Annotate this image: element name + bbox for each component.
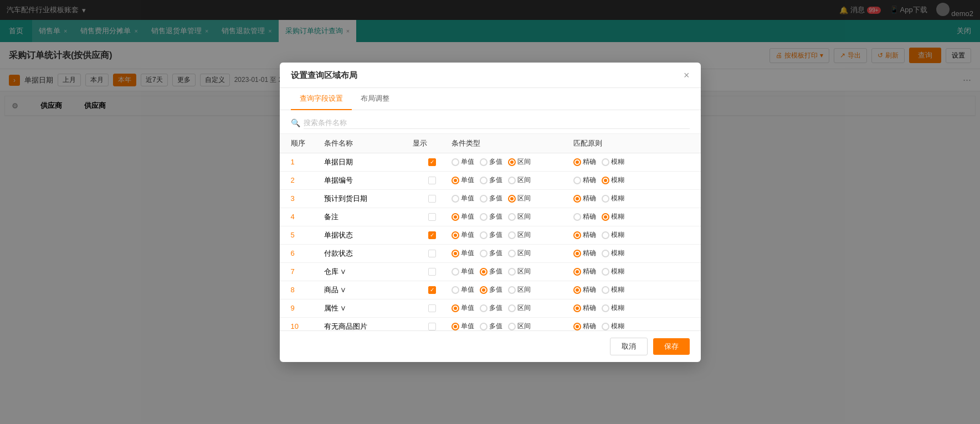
row-name: 备注: [324, 212, 413, 222]
radio-type-区间[interactable]: 区间: [508, 194, 531, 203]
modal-search-input[interactable]: [304, 117, 690, 129]
radio-type-区间[interactable]: 区间: [508, 249, 531, 258]
radio-type-单值[interactable]: 单值: [451, 267, 474, 276]
radio-match-模糊[interactable]: 模糊: [602, 212, 624, 221]
radio-type-区间[interactable]: 区间: [508, 303, 531, 313]
radio-type-多值[interactable]: 多值: [480, 230, 502, 240]
radio-match-精确[interactable]: 精确: [573, 249, 596, 258]
radio-label: 区间: [517, 175, 531, 185]
radio-label: 单值: [461, 230, 474, 240]
checkbox-box: [428, 286, 436, 294]
radio-label: 模糊: [611, 267, 624, 276]
modal-close-button[interactable]: ×: [684, 70, 690, 80]
radio-type-多值[interactable]: 多值: [480, 267, 502, 276]
row-display-checkbox[interactable]: [413, 268, 451, 276]
row-display-checkbox[interactable]: [413, 286, 451, 294]
radio-match-精确[interactable]: 精确: [573, 303, 596, 313]
radio-label: 多值: [489, 322, 502, 330]
radio-circle: [480, 213, 488, 221]
row-type-options: 单值多值区间: [451, 285, 573, 294]
radio-type-区间[interactable]: 区间: [508, 230, 531, 240]
row-type-options: 单值多值区间: [451, 194, 573, 203]
radio-match-模糊[interactable]: 模糊: [602, 322, 624, 330]
radio-match-精确[interactable]: 精确: [573, 157, 596, 167]
table-row: 2单据编号单值多值区间精确模糊: [280, 172, 701, 190]
radio-type-区间[interactable]: 区间: [508, 175, 531, 185]
row-display-checkbox[interactable]: [413, 177, 451, 184]
radio-type-多值[interactable]: 多值: [480, 157, 502, 167]
radio-circle: [602, 231, 609, 239]
modal-tab-layout[interactable]: 布局调整: [352, 88, 398, 110]
row-type-options: 单值多值区间: [451, 249, 573, 258]
cancel-button[interactable]: 取消: [610, 338, 648, 355]
radio-type-单值[interactable]: 单值: [451, 249, 474, 258]
radio-type-单值[interactable]: 单值: [451, 157, 474, 167]
radio-match-精确[interactable]: 精确: [573, 285, 596, 294]
modal-search-icon: 🔍: [291, 118, 300, 127]
radio-type-区间[interactable]: 区间: [508, 212, 531, 221]
radio-label: 模糊: [611, 285, 624, 294]
checkbox-box: [428, 231, 436, 239]
modal-tab-fields[interactable]: 查询字段设置: [291, 88, 352, 110]
radio-label: 区间: [517, 249, 531, 258]
row-type-options: 单值多值区间: [451, 230, 573, 240]
radio-match-精确[interactable]: 精确: [573, 212, 596, 221]
radio-match-模糊[interactable]: 模糊: [602, 285, 624, 294]
radio-type-单值[interactable]: 单值: [451, 303, 474, 313]
radio-type-多值[interactable]: 多值: [480, 285, 502, 294]
row-display-checkbox[interactable]: [413, 323, 451, 330]
row-display-checkbox[interactable]: [413, 213, 451, 221]
radio-type-单值[interactable]: 单值: [451, 194, 474, 203]
row-display-checkbox[interactable]: [413, 195, 451, 203]
radio-match-模糊[interactable]: 模糊: [602, 175, 624, 185]
radio-match-模糊[interactable]: 模糊: [602, 249, 624, 258]
radio-match-模糊[interactable]: 模糊: [602, 157, 624, 167]
radio-type-单值[interactable]: 单值: [451, 175, 474, 185]
row-display-checkbox[interactable]: [413, 158, 451, 166]
radio-circle: [573, 231, 581, 239]
row-order: 8: [291, 286, 324, 294]
radio-type-单值[interactable]: 单值: [451, 322, 474, 330]
radio-type-多值[interactable]: 多值: [480, 322, 502, 330]
radio-type-多值[interactable]: 多值: [480, 303, 502, 313]
radio-type-多值[interactable]: 多值: [480, 194, 502, 203]
radio-match-模糊[interactable]: 模糊: [602, 230, 624, 240]
row-name: 付款状态: [324, 249, 413, 258]
radio-type-区间[interactable]: 区间: [508, 267, 531, 276]
row-display-checkbox[interactable]: [413, 304, 451, 312]
radio-circle: [451, 286, 459, 294]
radio-match-精确[interactable]: 精确: [573, 230, 596, 240]
radio-label: 精确: [583, 303, 596, 313]
radio-type-多值[interactable]: 多值: [480, 249, 502, 258]
radio-match-模糊[interactable]: 模糊: [602, 194, 624, 203]
save-button[interactable]: 保存: [653, 338, 690, 355]
row-display-checkbox[interactable]: [413, 231, 451, 239]
modal-table: 顺序 条件名称 显示 条件类型 匹配原则 1单据日期单值多值区间精确模糊2单据编…: [280, 134, 701, 330]
radio-match-精确[interactable]: 精确: [573, 322, 596, 330]
checkbox-box: [428, 158, 436, 166]
radio-circle: [480, 177, 488, 184]
radio-type-多值[interactable]: 多值: [480, 212, 502, 221]
radio-type-单值[interactable]: 单值: [451, 230, 474, 240]
col-name: 条件名称: [324, 138, 413, 148]
radio-label: 多值: [489, 194, 502, 203]
radio-type-单值[interactable]: 单值: [451, 212, 474, 221]
radio-type-单值[interactable]: 单值: [451, 285, 474, 294]
radio-match-精确[interactable]: 精确: [573, 194, 596, 203]
radio-match-精确[interactable]: 精确: [573, 267, 596, 276]
table-row: 6付款状态单值多值区间精确模糊: [280, 245, 701, 263]
radio-label: 单值: [461, 285, 474, 294]
radio-type-区间[interactable]: 区间: [508, 157, 531, 167]
radio-type-区间[interactable]: 区间: [508, 322, 531, 330]
radio-match-模糊[interactable]: 模糊: [602, 303, 624, 313]
radio-circle: [573, 158, 581, 166]
radio-match-精确[interactable]: 精确: [573, 175, 596, 185]
radio-match-模糊[interactable]: 模糊: [602, 267, 624, 276]
radio-type-多值[interactable]: 多值: [480, 175, 502, 185]
row-display-checkbox[interactable]: [413, 250, 451, 257]
row-type-options: 单值多值区间: [451, 157, 573, 167]
radio-circle: [573, 304, 581, 312]
radio-circle: [573, 195, 581, 203]
radio-circle: [508, 213, 516, 221]
radio-type-区间[interactable]: 区间: [508, 285, 531, 294]
